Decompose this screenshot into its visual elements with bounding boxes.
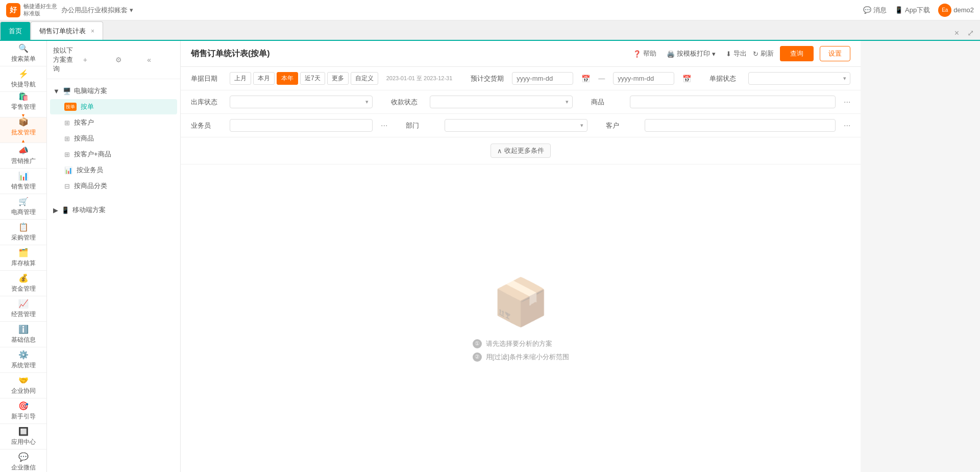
sidebar-item-inventory[interactable]: 🗂️ 库存核算 [0,245,46,271]
department-select-wrapper [445,119,587,132]
customer-label: 客户 [606,121,636,130]
user-action[interactable]: Ea demo2 [938,4,974,17]
goods-label: 商品 [591,98,622,107]
plan-category-pc[interactable]: ▼ 🖥️ 电脑端方案 [47,83,180,99]
sidebar-item-finance[interactable]: 💰 资金管理 [0,271,46,296]
app-download-action[interactable]: 📱 App下载 [895,6,930,15]
empty-state: 📦 ① 请先选择要分析的方案 ② 用[过滤]条件来缩小分析范围 [181,164,861,472]
expected-date-label: 预计交货期 [471,74,504,83]
sidebar-item-marketing[interactable]: 📣 营销推广 [0,143,46,169]
sidebar-item-search[interactable]: 🔍 搜索菜单 [0,41,46,66]
sidebar-item-purchase[interactable]: 📋 采购管理 [0,220,46,245]
date-btn-custom[interactable]: 自定义 [351,72,378,85]
plan-item-icon-cg: ⊞ [64,151,70,158]
date-btn-last-month[interactable]: 上月 [230,72,251,85]
date-range-text: 2023-01-01 至 2023-12-31 [386,75,453,82]
help-icon: ❓ [633,50,641,58]
collapse-left-btn[interactable]: « [145,55,174,65]
sales-icon: 📊 [18,171,29,181]
logo-area: 好 畅捷通好生意 标准版 [6,3,57,17]
add-plan-btn[interactable]: + [81,55,110,65]
sidebar-item-sales[interactable]: 📊 销售管理 [0,169,46,194]
tab-close-icon[interactable]: × [91,28,94,35]
inventory-icon: 🗂️ [18,248,29,257]
page-title-bar: 销售订单统计表(按单) ❓ 帮助 🖨️ 按模板打印 ▾ ⬇ 导出 [181,41,861,67]
sidebar-item-collab[interactable]: 🤝 企业协同 [0,373,46,398]
operations-icon: 📈 [18,299,29,309]
sidebar-item-retail[interactable]: 🛍️ 零售管理 ▼ [0,92,46,117]
date-label: 单据日期 [191,74,222,83]
page-actions: ❓ 帮助 🖨️ 按模板打印 ▾ ⬇ 导出 ↻ 刷新 [633,46,850,61]
plan-category-caret: ▼ [53,87,60,95]
goods-input[interactable] [630,96,836,108]
status-select[interactable] [748,72,850,85]
breadcrumb: 办公用品行业模拟账套 ▾ [61,6,133,15]
refresh-icon: ↻ [753,50,758,58]
sidebar-item-system[interactable]: ⚙️ 系统管理 [0,347,46,373]
filter-row-3: 业务员 ··· 部门 客户 ··· [181,114,861,137]
plan-section-mobile: ▶ 📱 移动端方案 [47,198,180,222]
date-btn-more[interactable]: 更多 [327,72,349,85]
plan-item-by-goods[interactable]: ⊞ 按商品 [50,131,177,146]
sidebar-item-basic[interactable]: ℹ️ 基础信息 [0,322,46,347]
help-btn[interactable]: ❓ 帮助 [633,49,656,58]
query-button[interactable]: 查询 [780,46,814,61]
plan-item-label-cg: 按客户+商品 [74,150,111,159]
date-btn-7days[interactable]: 近7天 [300,72,325,85]
sidebar-item-app-center[interactable]: 🔲 应用中心 [0,424,46,450]
collapse-section: ∧ 收起更多条件 [181,137,861,164]
delivery-select[interactable] [230,96,373,108]
empty-illustration: 📦 [492,275,549,329]
tab-sales-order[interactable]: 销售订单统计表 × [31,21,103,40]
plan-item-by-salesperson[interactable]: 📊 按业务员 [50,162,177,178]
expected-date-to[interactable] [613,72,674,85]
purchase-icon: 📋 [18,222,29,232]
export-btn[interactable]: ⬇ 导出 [726,49,747,58]
department-select[interactable] [445,119,587,132]
plan-item-by-category[interactable]: ⊟ 按商品分类 [50,178,177,194]
tab-bar-expand-btn[interactable]: ⤢ [965,26,976,40]
tab-bar-close-btn[interactable]: × [952,27,961,40]
search-icon: 🔍 [18,43,29,53]
payment-select[interactable] [430,96,573,108]
plan-item-by-order[interactable]: 按单 按单 [50,99,177,114]
app-center-icon: 🔲 [18,427,29,436]
wholesale-arrow: ▲ [21,138,26,144]
basic-icon: ℹ️ [18,324,29,334]
sidebar-item-ecom[interactable]: 🛒 电商管理 [0,194,46,220]
salesperson-input[interactable] [230,119,373,132]
date-btn-this-month[interactable]: 本月 [253,72,275,85]
sidebar-item-wholesale[interactable]: 📦 批发管理 ▲ [0,117,46,143]
logo-text: 畅捷通好生意 标准版 [23,3,57,16]
goods-more-icon[interactable]: ··· [844,98,850,107]
plan-item-by-customer[interactable]: ⊞ 按客户 [50,115,177,130]
calendar-from-icon[interactable]: 📅 [581,75,590,83]
salesperson-label: 业务员 [191,121,222,130]
template-print-btn[interactable]: 🖨️ 按模板打印 ▾ [663,47,720,60]
tip2-num: ② [473,352,482,362]
top-header: 好 畅捷通好生意 标准版 办公用品行业模拟账套 ▾ 💬 消息 📱 App下载 E… [0,0,980,20]
salesperson-more-icon[interactable]: ··· [381,121,387,130]
status-label: 单据状态 [709,74,740,83]
sidebar-item-wechat[interactable]: 💬 企业微信 [0,450,46,472]
date-btn-this-year[interactable]: 本年 [277,72,298,85]
calendar-to-icon[interactable]: 📅 [682,75,691,83]
marketing-icon: 📣 [18,146,29,155]
sidebar-item-guide[interactable]: 🎯 新手引导 [0,398,46,424]
customer-input[interactable] [645,119,836,132]
expected-date-from[interactable] [512,72,573,85]
settings-button[interactable]: 设置 [820,46,850,61]
message-action[interactable]: 💬 消息 [863,6,887,15]
plan-item-by-customer-goods[interactable]: ⊞ 按客户+商品 [50,147,177,162]
tab-home[interactable]: 首页 [0,21,31,40]
logo-icon: 好 [6,3,20,17]
plan-category-mobile[interactable]: ▶ 📱 移动端方案 [47,202,180,218]
plan-item-icon-cat: ⊟ [64,182,70,190]
collapse-more-btn[interactable]: ∧ 收起更多条件 [491,144,551,158]
quicknav-icon: ⚡ [18,69,29,79]
customer-more-icon[interactable]: ··· [844,121,850,130]
sidebar-item-operations[interactable]: 📈 经营管理 [0,296,46,322]
sidebar-item-quick-nav[interactable]: ⚡ 快捷导航 [0,66,46,92]
settings-plan-btn[interactable]: ⚙ [113,55,142,65]
refresh-btn[interactable]: ↻ 刷新 [753,49,774,58]
